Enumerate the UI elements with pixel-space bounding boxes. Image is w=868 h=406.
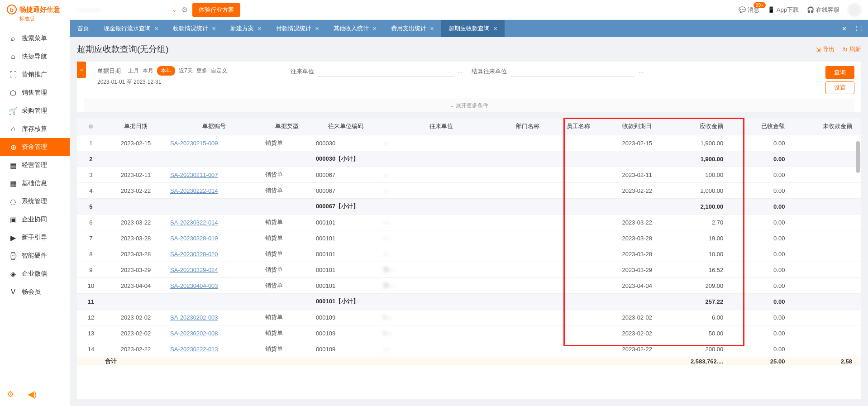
tab-0[interactable]: 首页 (70, 20, 96, 37)
sidebar-item-7[interactable]: ▤经营管理 (0, 156, 70, 174)
chevron-down-icon: ⌄ (450, 102, 454, 109)
date-label: 单据日期 (97, 67, 121, 75)
expand-filters-button[interactable]: ⌄ 展开更多条件 (84, 99, 854, 112)
total-label: 合计 (105, 357, 167, 366)
chevron-down-icon[interactable]: ⌄ (172, 6, 177, 13)
customer-service-link[interactable]: 🎧 在线客服 (807, 6, 839, 14)
date-preset[interactable]: 上月 (128, 67, 139, 75)
tab-2[interactable]: 收款情况统计✕ (166, 20, 223, 37)
avatar[interactable] (848, 3, 861, 17)
tab-1[interactable]: 现金银行流水查询✕ (96, 20, 166, 37)
fullscreen-icon[interactable]: ⛶ (853, 23, 864, 34)
data-table: ⚙单据日期单据编号单据类型往来单位编码往来单位部门名称员工名称收款到期日应收金额… (77, 118, 861, 365)
settings-gear-icon[interactable]: ⚙ (7, 389, 14, 399)
sidebar-item-5[interactable]: ⌂库存核算 (0, 120, 70, 138)
sidebar: b 畅捷通好生意 标准版 ⌕搜索菜单⌂快捷导航⛶营销推广⬡销售管理🛒采购管理⌂库… (0, 0, 70, 406)
settings-button[interactable]: 设置 (825, 81, 854, 94)
docno-link[interactable]: SA-20230202-003 (170, 314, 218, 321)
partner-input[interactable] (318, 66, 454, 77)
table-row: 4 2023-02-22 SA-20230222-014 销货单 000067 … (77, 183, 861, 199)
settle-input[interactable] (510, 66, 635, 77)
docno-link[interactable]: SA-20230211-007 (170, 172, 218, 178)
docno-link[interactable]: SA-20230222-014 (170, 187, 218, 194)
cell-amt: 2,000.00 (671, 183, 732, 199)
tab-7[interactable]: 超期应收款查询✕ (441, 20, 505, 37)
tab-3[interactable]: 新建方案✕ (223, 20, 269, 37)
partner-more-icon[interactable]: ··· (458, 68, 463, 75)
nav-icon: ⊛ (9, 143, 17, 151)
tab-close-icon[interactable]: ✕ (315, 26, 319, 32)
tab-6[interactable]: 费用支出统计✕ (384, 20, 441, 37)
cell-amt: 16.52 (671, 262, 732, 278)
nav-label: 智能硬件 (22, 252, 47, 260)
docno-link[interactable]: SA-20230202-008 (170, 330, 218, 337)
tab-5[interactable]: 其他收入统计✕ (326, 20, 384, 37)
scrollbar-thumb[interactable] (856, 141, 860, 173)
query-button[interactable]: 查询 (825, 66, 854, 79)
tab-close-icon[interactable]: ✕ (430, 26, 434, 32)
cell-amt: 10.00 (671, 246, 732, 262)
col-header: 单据编号 (167, 118, 262, 135)
export-button[interactable]: ⇲ 导出 (816, 45, 835, 53)
docno-link[interactable]: SA-20230329-024 (170, 267, 218, 273)
docno-link[interactable]: SA-20230215-009 (170, 140, 218, 147)
app-download-link[interactable]: 📱 App下载 (768, 6, 799, 14)
sidebar-item-2[interactable]: ⛶营销推广 (0, 66, 70, 84)
nav-icon: ▦ (9, 179, 17, 187)
subtotal-rcv: 0.00 (732, 199, 794, 215)
tab-close-icon[interactable]: ✕ (258, 26, 262, 32)
date-preset[interactable]: 更多 (196, 67, 207, 75)
tab-close-icon[interactable]: ✕ (212, 26, 216, 32)
sidebar-item-3[interactable]: ⬡销售管理 (0, 84, 70, 102)
nav-label: 搜索菜单 (22, 34, 47, 43)
collapse-sidebar-icon[interactable]: ◀) (28, 389, 37, 399)
col-header: 单据类型 (262, 118, 312, 135)
sidebar-item-9[interactable]: ◌系统管理 (0, 192, 70, 210)
tab-4[interactable]: 付款情况统计✕ (269, 20, 326, 37)
solution-button[interactable]: 体验行业方案 (192, 3, 240, 17)
docno-link[interactable]: SA-20230222-013 (170, 346, 218, 353)
tab-close-icon[interactable]: ✕ (493, 26, 497, 32)
refresh-button[interactable]: ↻ 刷新 (843, 45, 861, 53)
settle-more-icon[interactable]: ··· (639, 68, 644, 75)
close-all-tabs-icon[interactable]: ✕ (838, 23, 850, 34)
date-preset[interactable]: 本年 (157, 66, 175, 76)
sidebar-item-11[interactable]: ▶新手引导 (0, 229, 70, 247)
company-selector[interactable]: ———— (77, 6, 167, 13)
cell-amt: 200.00 (671, 341, 732, 357)
topbar: ———— ⌄ ⚙ 体验行业方案 💬 消息 99+ 📱 App下载 🎧 在线客服 (70, 0, 868, 20)
sidebar-item-12[interactable]: ⌚智能硬件 (0, 247, 70, 265)
docno-link[interactable]: SA-20230328-020 (170, 251, 218, 258)
filter-settle-partner: 结算往来单位 ··· (472, 66, 644, 77)
date-preset[interactable]: 自定义 (211, 67, 227, 75)
tab-close-icon[interactable]: ✕ (372, 26, 377, 32)
cell-date: 2023-02-15 (105, 135, 167, 151)
date-preset[interactable]: 本月 (143, 67, 153, 75)
docno-link[interactable]: SA-20230404-003 (170, 282, 218, 289)
sidebar-item-1[interactable]: ⌂快捷导航 (0, 48, 70, 66)
docno-link[interactable]: SA-20230322-014 (170, 219, 218, 226)
sidebar-item-6[interactable]: ⊛资金管理 (0, 138, 70, 156)
sidebar-item-10[interactable]: ▣企业协同 (0, 210, 70, 229)
sidebar-item-13[interactable]: ◈企业微信 (0, 265, 70, 283)
sidebar-item-0[interactable]: ⌕搜索菜单 (0, 29, 70, 48)
cell-rcv: 0.00 (732, 262, 794, 278)
sidebar-item-4[interactable]: 🛒采购管理 (0, 102, 70, 120)
docno-link[interactable]: SA-20230328-019 (170, 235, 218, 242)
sidebar-item-8[interactable]: ▦基础信息 (0, 174, 70, 192)
tab-label: 首页 (77, 24, 89, 33)
cell-code: 000101 (312, 230, 380, 246)
sidebar-item-14[interactable]: V畅会员 (0, 283, 70, 301)
filter-date: 单据日期 上月本月本年近7天更多自定义 2023-01-01 至 2023-12… (97, 66, 227, 86)
tab-close-icon[interactable]: ✕ (154, 26, 158, 32)
scrollbar-track[interactable] (856, 141, 860, 386)
cell-partner: — (379, 230, 502, 246)
cell-rcv: 0.00 (732, 183, 794, 199)
messages-link[interactable]: 💬 消息 99+ (739, 6, 759, 14)
nav-label: 快捷导航 (22, 53, 47, 61)
date-preset[interactable]: 近7天 (179, 67, 193, 75)
col-header[interactable]: ⚙ (77, 118, 105, 135)
collapse-filter-icon[interactable]: » (77, 62, 86, 78)
gear-icon[interactable]: ⚙ (181, 5, 188, 14)
col-header: 部门名称 (503, 118, 553, 135)
